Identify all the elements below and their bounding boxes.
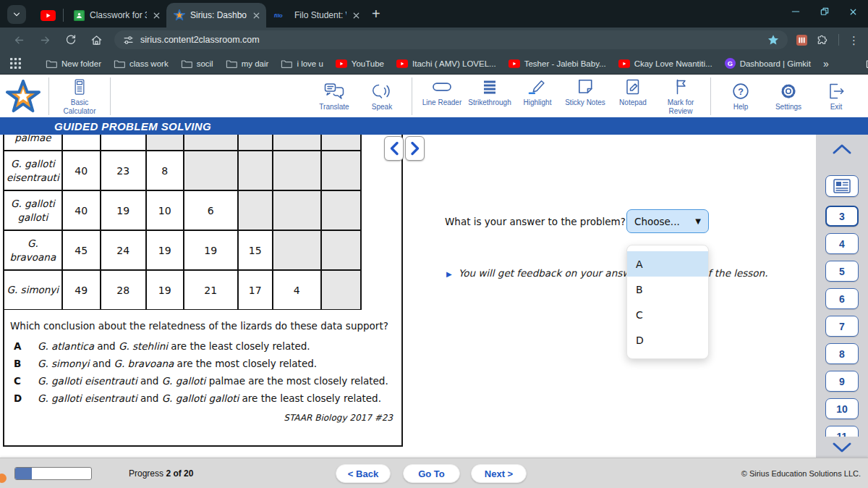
pinned-extension-icon[interactable]	[796, 35, 807, 46]
question-number-button[interactable]: 9	[825, 371, 859, 392]
back-icon[interactable]	[13, 34, 25, 46]
dropdown-option[interactable]: B	[627, 277, 708, 302]
folder-icon	[114, 59, 125, 69]
bookmark-item[interactable]: Ckay Love Nwantiti...	[618, 58, 712, 69]
tool-strikethrough[interactable]: Strikethrough	[467, 76, 513, 107]
gimkit-icon: G	[725, 58, 736, 69]
question-number-button[interactable]: 7	[825, 316, 859, 337]
tool-settings[interactable]: Settings	[765, 80, 812, 112]
extensions-puzzle-icon[interactable]	[817, 34, 829, 46]
choice-text: G. galloti eisentrauti and G. galloti pa…	[38, 375, 388, 387]
tool-help[interactable]: ?Help	[718, 80, 764, 112]
classroom-icon	[74, 10, 85, 21]
apps-grid-icon[interactable]	[10, 58, 21, 69]
sirius-icon	[174, 9, 185, 21]
tool-calculator[interactable]: Basic Calculator	[56, 76, 103, 116]
bookmark-item[interactable]: my dair	[226, 58, 269, 69]
pinned-tab-youtube[interactable]	[33, 3, 63, 28]
divider	[412, 77, 412, 115]
minimize-button[interactable]	[791, 7, 801, 17]
question-number-button[interactable]: 6	[825, 288, 859, 309]
forward-icon[interactable]	[39, 34, 51, 46]
bookmark-item[interactable]: New folder	[46, 58, 101, 69]
species-name: G. galloti galloti	[4, 190, 62, 230]
bookmark-item[interactable]: Itachi ( AMV) LOVEL...	[396, 58, 496, 69]
omnibox[interactable]: sirius.content2classroom.com	[114, 30, 788, 49]
folder-icon	[281, 59, 292, 69]
question-number-button[interactable]: 10	[825, 398, 859, 419]
dropdown-option[interactable]: D	[627, 327, 708, 353]
browser-tab[interactable]: filoFilo Student: World's Only Live	[266, 3, 366, 28]
home-icon[interactable]	[90, 34, 103, 46]
bookmark-item[interactable]: YouTube	[336, 58, 384, 69]
next-page-button[interactable]	[405, 136, 425, 161]
browser-tab[interactable]: Sirius: Dashboard	[166, 3, 266, 28]
table-row: G. simonyi49281921174	[4, 270, 361, 310]
question-number-button[interactable]: 5	[825, 261, 859, 282]
table-cell	[273, 135, 321, 151]
tab-close-icon[interactable]	[252, 11, 261, 20]
browser-menu-icon[interactable]: ⋮	[848, 35, 859, 46]
tool-label: Highlight	[524, 98, 552, 107]
question-block: Which conclusion about the relatedness o…	[4, 310, 401, 423]
tool-label: Strikethrough	[468, 98, 511, 107]
tool-speak[interactable]: Speak	[359, 80, 405, 112]
restore-button[interactable]	[820, 7, 830, 17]
answer-dropdown[interactable]: Choose... ▼	[626, 209, 709, 233]
youtube-icon	[509, 59, 520, 68]
goto-button[interactable]: Go To	[403, 464, 460, 483]
species-name: G. galloti eisentrauti	[4, 151, 62, 190]
reload-icon[interactable]	[65, 34, 77, 46]
tab-search-button[interactable]	[7, 5, 26, 24]
back-button[interactable]: < Back	[336, 464, 391, 483]
answer-choice: DG. galloti eisentrauti and G. galloti g…	[10, 390, 394, 407]
url-text[interactable]: sirius.content2classroom.com	[140, 35, 761, 45]
youtube-icon	[41, 10, 56, 21]
tool-label: Translate	[319, 103, 349, 112]
tool-mark-for-review[interactable]: Mark for Review	[658, 76, 704, 116]
tool-label: Sticky Notes	[565, 98, 605, 107]
toolbar-group: TranslateSpeak	[311, 80, 405, 112]
choice-letter: A	[10, 340, 38, 352]
tool-notepad[interactable]: Notepad	[610, 76, 656, 107]
table-cell	[238, 190, 273, 230]
tab-close-icon[interactable]	[352, 11, 361, 20]
tab-close-icon[interactable]	[152, 11, 161, 20]
bookmark-item[interactable]: GDashboard | Gimkit	[725, 58, 811, 69]
next-button[interactable]: Next >	[471, 464, 527, 483]
bookmark-item[interactable]: class work	[114, 58, 169, 69]
help-icon: ?	[732, 82, 749, 101]
close-button[interactable]	[848, 7, 858, 17]
svg-text:?: ?	[738, 87, 744, 97]
passage-button[interactable]	[825, 175, 859, 197]
question-number-button[interactable]: 8	[825, 343, 859, 364]
bookmark-item[interactable]: Tesher - Jalebi Baby...	[509, 58, 606, 69]
dropdown-option[interactable]: C	[627, 302, 708, 327]
svg-text:G: G	[728, 60, 733, 67]
tool-exit[interactable]: Exit	[813, 80, 859, 112]
nav-scroll-up-icon[interactable]	[832, 143, 852, 155]
tool-highlight[interactable]: Highlight	[514, 76, 561, 107]
bookmark-item[interactable]: i love u	[281, 58, 323, 69]
footer-bar: Progress 2 of 20 < Back Go To Next > © S…	[0, 458, 868, 488]
question-number-button[interactable]: 3	[825, 206, 859, 227]
nav-scroll-down[interactable]	[816, 437, 868, 458]
tool-label: Exit	[830, 103, 843, 112]
choice-text: G. simonyi and G. bravoana are the most …	[38, 358, 317, 369]
tool-label: Help	[733, 103, 749, 112]
dropdown-option[interactable]: A	[627, 251, 708, 277]
bookmark-star-icon[interactable]	[767, 34, 779, 46]
choice-letter: C	[10, 375, 38, 387]
browser-tab[interactable]: Classwork for 3rd Bio Cruz 12	[67, 3, 166, 28]
site-settings-icon[interactable]	[123, 35, 134, 46]
new-tab-button[interactable]: +	[372, 7, 380, 21]
tool-line-reader[interactable]: Line Reader	[419, 76, 465, 107]
calculator-icon	[72, 77, 87, 96]
table-row: G. galloti eisentrauti40238	[4, 151, 361, 190]
tool-sticky-notes[interactable]: Sticky Notes	[562, 76, 608, 107]
bookmarks-overflow-button[interactable]: »	[823, 58, 829, 70]
question-number-button[interactable]: 4	[825, 233, 859, 254]
prev-page-button[interactable]	[384, 136, 404, 161]
tool-translate[interactable]: Translate	[311, 80, 357, 112]
bookmark-item[interactable]: socil	[181, 58, 213, 69]
